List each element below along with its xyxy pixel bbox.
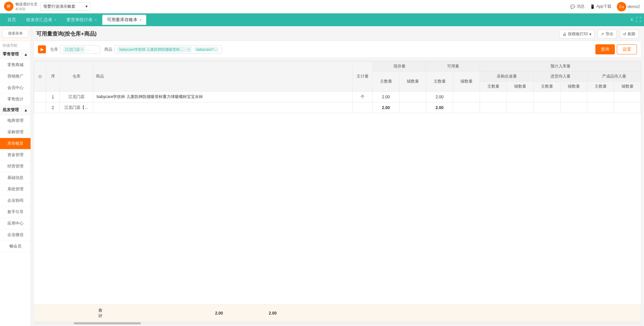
logo-sub: 标准版	[15, 7, 38, 11]
refresh-btn[interactable]: ↺ 刷新	[620, 30, 639, 39]
query-button[interactable]: 查询	[595, 44, 615, 54]
sidebar-item-ecommerce[interactable]: 电商管理	[0, 115, 31, 127]
header-left: 好 畅捷通好生意 标准版 母婴行业演示账套 ▾	[4, 2, 91, 11]
tab-home[interactable]: 首页	[3, 15, 21, 25]
row1-available-aux	[453, 92, 480, 102]
sidebar-item-member[interactable]: 会员中心	[0, 82, 31, 94]
content-area: 可用量查询(按仓库+商品) 🖨 按模板打印 ▾ ↗ 导出 ↺ 刷新	[31, 26, 644, 326]
sidebar-item-operations[interactable]: 经营管理	[0, 161, 31, 172]
sidebar-item-inventory[interactable]: 库存核算	[0, 138, 31, 149]
tab-available-close[interactable]: ×	[140, 18, 142, 22]
tab-collection-close[interactable]: ×	[54, 18, 56, 22]
filter-product-field: 商品 babycare学饮杯 儿童防摔防撞吸管杯重力球吸嘴杯宝宝水杯 × bab…	[104, 45, 222, 54]
print-btn[interactable]: 🖨 按模板打印 ▾	[559, 30, 594, 39]
sidebar-item-app-center[interactable]: 应用中心	[0, 218, 31, 229]
close-all-icon[interactable]: ×	[630, 17, 633, 23]
th-settings: ⚙	[34, 61, 46, 92]
sidebar-item-retail-management[interactable]: 零售管理 ▲	[0, 49, 31, 59]
product-input[interactable]: babycare学饮杯 儿童防摔防撞吸管杯重力球吸嘴杯宝宝水杯 × babyca…	[114, 45, 222, 54]
warehouse-input[interactable]: 江北门店 × ...	[60, 45, 100, 54]
warehouse-more-icon[interactable]: ...	[86, 47, 90, 52]
warehouse-tag-value: 江北门店	[65, 47, 80, 52]
row1-produced-aux	[614, 92, 641, 102]
filter-warehouse-field: 仓库 江北门店 × ...	[50, 45, 100, 54]
tab-home-label: 首页	[7, 17, 16, 23]
expand-icon: ▶	[41, 47, 44, 52]
row2-stock-main: 2.00	[373, 102, 399, 113]
filter-actions: 查询 设置	[595, 44, 637, 54]
logo-texts: 畅捷通好生意 标准版	[15, 2, 38, 11]
search-menu-btn[interactable]: 搜索菜单	[2, 29, 29, 38]
logo-area: 好 畅捷通好生意 标准版	[4, 2, 38, 11]
sidebar-item-onboarding[interactable]: 新手引导	[0, 206, 31, 218]
data-table: ⚙ 序 仓库 商品 主计量 现存量 可用量 预计入库量 主数量 辅	[34, 61, 641, 113]
sidebar-item-finance[interactable]: 资金管理	[0, 149, 31, 161]
tab-available-stock[interactable]: 可用量库存账本 ×	[102, 15, 146, 25]
row2-no: 2	[46, 102, 60, 113]
table-footer: 合计 2.00 2.00	[34, 305, 641, 322]
tab-order-close[interactable]: ×	[95, 18, 97, 22]
sidebar: 搜索菜单 快捷导航 零售管理 ▲ 零售商城 营销推广 会员中心 零售统计 批发管…	[0, 26, 31, 326]
row1-unit: 个	[353, 92, 373, 102]
th-stock-group: 现存量	[373, 61, 426, 72]
scrollbar-thumb[interactable]	[74, 322, 141, 324]
app-download-action[interactable]: 📱 App下载	[590, 4, 611, 9]
table-scroll-wrap[interactable]: ⚙ 序 仓库 商品 主计量 现存量 可用量 预计入库量 主数量 辅	[34, 61, 641, 305]
sidebar-item-marketing[interactable]: 营销推广	[0, 71, 31, 82]
filter-bar: ▶ 仓库 江北门店 × ... 商品 babycare学饮杯 儿童防摔防撞吸管杯…	[34, 41, 641, 58]
page-title: 可用量查询(按仓库+商品)	[36, 31, 97, 38]
footer-label: 合计	[38, 308, 98, 319]
tab-collection-label: 收发存汇总表	[26, 17, 52, 23]
fullscreen-icon[interactable]: ⛶	[636, 17, 641, 23]
row1-purchase-aux	[507, 92, 534, 102]
filter-expand-btn[interactable]: ▶	[38, 45, 46, 53]
row2-available-main: 2.00	[426, 102, 453, 113]
row2-stock-aux	[399, 102, 426, 113]
header-right: 💬 消息 📱 App下载 Ea demo2	[570, 2, 640, 11]
store-selector[interactable]: 母婴行业演示账套 ▾	[40, 2, 91, 11]
settings-button[interactable]: 设置	[617, 44, 637, 54]
row1-no: 1	[46, 92, 60, 102]
sidebar-item-system[interactable]: 系统管理	[0, 184, 31, 195]
sidebar-item-basic-info[interactable]: 基础信息	[0, 172, 31, 184]
sidebar-item-member-plus[interactable]: 畅会员	[0, 241, 31, 252]
store-name: 母婴行业演示账套	[43, 4, 75, 9]
th-warehouse: 仓库	[60, 61, 93, 92]
sidebar-item-retail-mall[interactable]: 零售商城	[0, 59, 31, 71]
warehouse-tag-remove[interactable]: ×	[81, 47, 83, 51]
print-label: 按模板打印	[568, 31, 588, 37]
th-incoming-aux: 辅数量	[560, 82, 587, 92]
sidebar-item-retail-stats[interactable]: 零售统计	[0, 94, 31, 105]
bottom-scrollbar[interactable]	[34, 322, 641, 325]
page-header: 可用量查询(按仓库+商品) 🖨 按模板打印 ▾ ↗ 导出 ↺ 刷新	[31, 26, 644, 41]
th-produced-main: 主数量	[587, 82, 614, 92]
tab-collection-summary[interactable]: 收发存汇总表 ×	[21, 15, 61, 25]
product-tag2-value: babycare?...	[196, 47, 217, 51]
sidebar-item-enterprise-wechat[interactable]: 企业微信	[0, 229, 31, 241]
product-tag1-remove[interactable]: ×	[187, 47, 190, 51]
warehouse-tag: 江北门店 ×	[63, 47, 85, 52]
th-available-aux: 辅数量	[453, 72, 480, 92]
th-produced-aux: 辅数量	[614, 82, 641, 92]
settings-icon[interactable]: ⚙	[38, 74, 42, 79]
export-btn[interactable]: ↗ 导出	[598, 30, 616, 39]
sidebar-item-enterprise-collab[interactable]: 企业协同	[0, 195, 31, 206]
message-action[interactable]: 💬 消息	[570, 4, 585, 9]
th-available-group: 可用量	[426, 61, 480, 72]
sidebar-item-wholesale-management[interactable]: 批发管理 ▲	[0, 105, 31, 115]
chevron-down-icon: ▲	[24, 52, 28, 57]
footer-available-main: 2.00	[259, 311, 286, 316]
quick-nav-label[interactable]: 快捷导航	[0, 41, 31, 49]
user-action[interactable]: Ea demo2	[617, 2, 640, 11]
th-available-main: 主数量	[426, 72, 453, 92]
row1-incoming-main	[534, 92, 560, 102]
message-icon: 💬	[570, 4, 575, 9]
print-chevron: ▾	[589, 32, 591, 37]
product-tag1-value: babycare学饮杯 儿童防摔防撞吸管杯重力球吸嘴杯宝宝水杯	[119, 47, 186, 52]
th-no: 序	[46, 61, 60, 92]
username-label: demo2	[628, 4, 640, 9]
th-incoming-main: 主数量	[534, 82, 560, 92]
th-incoming-group: 进货待入量	[534, 72, 587, 82]
sidebar-item-purchase[interactable]: 采购管理	[0, 127, 31, 138]
tab-order-stats[interactable]: 要货单统计表 ×	[62, 15, 101, 25]
